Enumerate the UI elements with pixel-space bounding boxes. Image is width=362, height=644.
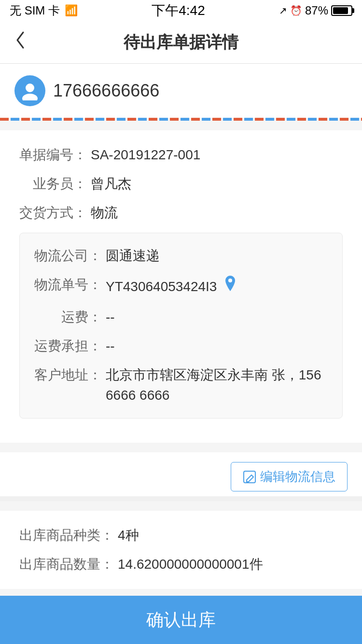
confirm-button-bar[interactable]: 确认出库 — [0, 596, 362, 644]
status-time: 下午4:42 — [152, 1, 205, 20]
freight-row: 运费： -- — [34, 307, 328, 327]
logistics-card: 物流公司： 圆通速递 物流单号： YT43064053424I3 运费： -- … — [19, 233, 343, 419]
goods-info-section: 出库商品种类： 4种 出库商品数量： 14.620000000000001件 — [0, 511, 362, 589]
freight-bearer-row: 运费承担： -- — [34, 336, 328, 356]
sales-person-value: 曾凡杰 — [91, 174, 343, 194]
wifi-icon: 📶 — [65, 4, 78, 17]
tracking-number-value: YT43064053424I3 — [106, 275, 328, 298]
edit-icon — [243, 470, 256, 484]
svg-point-0 — [26, 84, 34, 92]
dashed-divider — [0, 118, 362, 121]
tracking-number-label: 物流单号： — [34, 275, 102, 295]
order-number-label: 单据编号： — [19, 145, 87, 165]
carrier-text: 无 SIM 卡 — [10, 3, 60, 18]
back-button[interactable] — [14, 30, 26, 54]
address-row: 客户地址： 北京市市辖区海淀区永丰南 张，156 6666 6666 — [34, 365, 328, 406]
logistics-company-value: 圆通速递 — [106, 246, 328, 266]
freight-bearer-label: 运费承担： — [34, 336, 102, 356]
address-label: 客户地址： — [34, 365, 102, 385]
sales-person-label: 业务员： — [19, 174, 87, 194]
goods-quantity-label: 出库商品数量： — [19, 554, 114, 574]
location-status-icon: ↗ — [279, 5, 287, 16]
status-right: ↗ ⏰ 87% — [279, 4, 352, 17]
section-divider-1 — [0, 496, 362, 501]
edit-btn-row: 编辑物流信息 — [0, 452, 362, 496]
freight-value: -- — [106, 307, 328, 327]
sales-person-row: 业务员： 曾凡杰 — [19, 174, 343, 194]
customer-phone: 17666666666 — [53, 81, 159, 101]
goods-type-label: 出库商品种类： — [19, 525, 114, 546]
battery-text: 87% — [305, 4, 328, 17]
alarm-icon: ⏰ — [290, 5, 302, 16]
order-number-row: 单据编号： SA-20191227-001 — [19, 145, 343, 165]
goods-type-row: 出库商品种类： 4种 — [19, 525, 343, 546]
basic-info-section: 单据编号： SA-20191227-001 业务员： 曾凡杰 交货方式： 物流 … — [0, 130, 362, 443]
status-left: 无 SIM 卡 📶 — [10, 3, 78, 18]
logistics-company-row: 物流公司： 圆通速递 — [34, 246, 328, 266]
svg-point-2 — [228, 279, 232, 282]
avatar — [14, 75, 45, 106]
delivery-method-value: 物流 — [91, 203, 343, 223]
battery-icon — [331, 5, 352, 16]
goods-quantity-value: 14.620000000000001件 — [118, 554, 343, 574]
delivery-method-row: 交货方式： 物流 — [19, 203, 343, 223]
address-value: 北京市市辖区海淀区永丰南 张，156 6666 6666 — [106, 365, 328, 406]
svg-point-1 — [22, 94, 38, 100]
customer-header: 17666666666 — [0, 64, 362, 118]
tracking-number-row: 物流单号： YT43064053424I3 — [34, 275, 328, 298]
nav-bar: 待出库单据详情 — [0, 21, 362, 64]
confirm-button-label: 确认出库 — [146, 608, 216, 632]
edit-logistics-button[interactable]: 编辑物流信息 — [231, 462, 348, 491]
freight-label: 运费： — [34, 307, 102, 327]
goods-quantity-row: 出库商品数量： 14.620000000000001件 — [19, 554, 343, 574]
page-title: 待出库单据详情 — [124, 31, 238, 54]
status-bar: 无 SIM 卡 📶 下午4:42 ↗ ⏰ 87% — [0, 0, 362, 21]
delivery-method-label: 交货方式： — [19, 203, 87, 223]
freight-bearer-value: -- — [106, 336, 328, 356]
order-number-value: SA-20191227-001 — [91, 145, 343, 165]
goods-type-value: 4种 — [118, 525, 343, 546]
logistics-company-label: 物流公司： — [34, 246, 102, 266]
map-pin-icon[interactable] — [223, 275, 238, 298]
